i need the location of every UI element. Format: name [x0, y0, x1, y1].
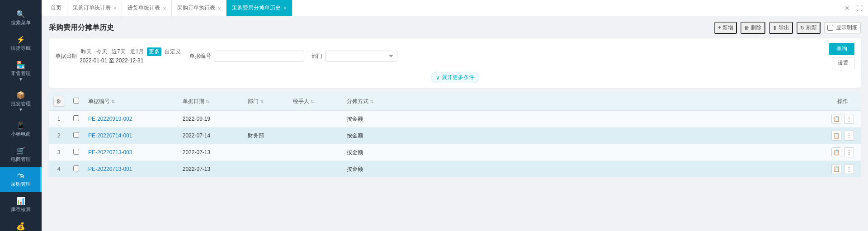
sidebar-item-search[interactable]: 🔍 搜索菜单	[0, 5, 42, 31]
sidebar-label-search: 搜索菜单	[0, 19, 42, 26]
row-ops-2: 📋 ⋮	[825, 144, 861, 161]
custom-shortcut[interactable]: 自定义	[163, 47, 182, 56]
doc-no-link-0[interactable]: PE-20220919-002	[88, 116, 132, 122]
handler-sort-icon: ⇅	[311, 99, 314, 104]
row-handler-1	[288, 127, 342, 144]
row-more-btn-2[interactable]: ⋮	[844, 147, 854, 157]
sidebar-icon-ecommerce: 🛒	[0, 146, 42, 155]
doc-no-link-1[interactable]: PE-20220714-001	[88, 132, 132, 139]
col-setting: ⚙	[49, 92, 69, 111]
export-button[interactable]: ⬆ 导出	[769, 22, 793, 34]
doc-no-input[interactable]	[214, 51, 304, 61]
table-row: 1 PE-20220919-002 2022-09-19 按金额 📋 ⋮	[49, 111, 861, 127]
sidebar-item-ecommerce-mini[interactable]: 📱 小畅电商	[0, 117, 42, 142]
tab-close-stock-in-stats[interactable]: ×	[163, 5, 165, 11]
doc-no-link-3[interactable]: PE-20220713-001	[88, 166, 132, 172]
row-more-btn-3[interactable]: ⋮	[844, 164, 854, 174]
expand-button[interactable]: ∨ 展开更多条件	[431, 72, 479, 83]
row-more-btn-1[interactable]: ⋮	[844, 131, 854, 141]
refresh-icon: ↻	[800, 25, 805, 31]
row-num-3: 4	[49, 161, 69, 178]
window-maximize-icon[interactable]: ⛶	[854, 4, 864, 13]
sidebar-item-purchase[interactable]: 🛍 采购管理	[0, 167, 42, 192]
row-edit-btn-1[interactable]: 📋	[831, 131, 841, 141]
settings-button[interactable]: 设置	[832, 57, 854, 69]
table-row: 2 PE-20220714-001 2022-07-14 财务部 按金额 📋 ⋮	[49, 127, 861, 144]
doc-date-sort[interactable]: 单据日期 ⇅	[183, 98, 209, 105]
col-split-method-header: 分摊方式 ⇅	[342, 92, 825, 111]
tab-bar: 首页采购订单统计表×进货单统计表×采购订单执行表×采购费用分摊单历史× ✕ ⛶	[42, 0, 868, 16]
yesterday-shortcut[interactable]: 昨天	[80, 47, 93, 56]
sidebar-label-inventory: 库存核算	[0, 206, 42, 213]
table-header-row: ⚙ 单据编号 ⇅ 单据日期	[49, 92, 861, 111]
doc-no-sort[interactable]: 单据编号 ⇅	[88, 98, 115, 105]
7days-shortcut[interactable]: 近7天	[110, 47, 127, 56]
sidebar-label-purchase: 采购管理	[0, 181, 42, 188]
show-cols-button[interactable]: 显示明细	[824, 22, 861, 33]
delete-button[interactable]: 🗑 删除	[741, 22, 765, 34]
row-edit-btn-0[interactable]: 📋	[831, 114, 841, 124]
dept-select[interactable]: 财务部	[325, 51, 397, 61]
tab-purchase-order-stats[interactable]: 采购订单统计表×	[67, 0, 122, 16]
tab-purchase-cost-split[interactable]: 采购费用分摊单历史×	[226, 0, 292, 16]
sidebar-item-wholesale[interactable]: 📦 批发管理 ▼	[0, 86, 42, 117]
col-checkbox-header	[69, 92, 84, 111]
row-cb-3	[69, 161, 84, 178]
row-dept-1: 财务部	[243, 127, 288, 144]
row-checkbox-0[interactable]	[73, 115, 79, 121]
row-edit-btn-2[interactable]: 📋	[831, 147, 841, 157]
row-checkbox-3[interactable]	[73, 165, 79, 171]
today-shortcut[interactable]: 今天	[95, 47, 108, 56]
sidebar-item-shortcut[interactable]: ⚡ 快捷导航	[0, 31, 42, 56]
date-filter: 单据日期 昨天 今天 近7天 近1月 更多 自定义 2022-01-01 至 2…	[55, 47, 182, 65]
window-close-icon[interactable]: ✕	[843, 4, 852, 13]
dept-sort[interactable]: 部门 ⇅	[248, 98, 264, 105]
table-setting-icon[interactable]: ⚙	[53, 96, 64, 107]
tab-close-purchase-order-stats[interactable]: ×	[113, 5, 116, 11]
tab-close-purchase-order-exec[interactable]: ×	[218, 5, 221, 11]
row-split-method-1: 按金额	[342, 127, 825, 144]
row-cb-2	[69, 144, 84, 161]
date-range-value: 2022-01-01 至 2022-12-31	[80, 57, 182, 65]
col-ops-header: 操作	[825, 92, 861, 111]
sidebar-icon-retail: 🏪	[0, 61, 42, 69]
dept-sort-icon: ⇅	[260, 99, 264, 104]
table-wrapper: ⚙ 单据编号 ⇅ 单据日期	[49, 92, 861, 178]
select-all-checkbox[interactable]	[73, 98, 79, 104]
handler-sort[interactable]: 经手人 ⇅	[293, 98, 314, 105]
table-row: 3 PE-20220713-003 2022-07-13 按金额 📋 ⋮	[49, 144, 861, 161]
more-shortcut[interactable]: 更多	[147, 47, 161, 56]
chevron-icon-retail: ▼	[0, 77, 42, 82]
refresh-button[interactable]: ↻ 刷新	[797, 22, 821, 34]
sidebar-item-finance[interactable]: 💰 资金管理	[0, 217, 42, 231]
row-checkbox-2[interactable]	[73, 149, 79, 155]
split-method-sort[interactable]: 分摊方式 ⇅	[347, 98, 373, 105]
filter-row: 单据日期 昨天 今天 近7天 近1月 更多 自定义 2022-01-01 至 2…	[55, 43, 854, 69]
sidebar-item-retail[interactable]: 🏪 零售管理 ▼	[0, 56, 42, 86]
add-button[interactable]: + 新增	[714, 22, 737, 34]
row-handler-3	[288, 161, 342, 178]
main-area: 首页采购订单统计表×进货单统计表×采购订单执行表×采购费用分摊单历史× ✕ ⛶ …	[42, 0, 868, 231]
show-cols-checkbox[interactable]	[827, 25, 833, 31]
tab-close-purchase-cost-split[interactable]: ×	[283, 5, 286, 11]
sidebar-item-ecommerce[interactable]: 🛒 电商管理	[0, 142, 42, 167]
tab-stock-in-stats[interactable]: 进货单统计表×	[122, 0, 171, 16]
row-checkbox-1[interactable]	[73, 132, 79, 138]
row-doc-no-0: PE-20220919-002	[84, 111, 178, 127]
row-doc-date-2: 2022-07-13	[178, 144, 244, 161]
row-more-btn-0[interactable]: ⋮	[844, 114, 854, 124]
doc-no-link-2[interactable]: PE-20220713-003	[88, 149, 132, 156]
table-row: 4 PE-20220713-001 2022-07-13 按金额 📋 ⋮	[49, 161, 861, 178]
col-doc-no-header: 单据编号 ⇅	[84, 92, 178, 111]
tab-home[interactable]: 首页	[45, 0, 67, 16]
chevron-down-icon: ∨	[436, 75, 440, 81]
1month-shortcut[interactable]: 近1月	[129, 47, 146, 56]
query-button[interactable]: 查询	[829, 43, 854, 55]
row-num-1: 2	[49, 127, 69, 144]
row-edit-btn-3[interactable]: 📋	[831, 164, 841, 174]
doc-date-sort-icon: ⇅	[206, 99, 209, 104]
tab-purchase-order-exec[interactable]: 采购订单执行表×	[172, 0, 226, 16]
sidebar-item-inventory[interactable]: 📊 库存核算	[0, 192, 42, 217]
sidebar-icon-wholesale: 📦	[0, 91, 42, 99]
sidebar: 🔍 搜索菜单 ⚡ 快捷导航 🏪 零售管理 ▼ 📦 批发管理 ▼ 📱 小畅电商 🛒…	[0, 0, 42, 231]
